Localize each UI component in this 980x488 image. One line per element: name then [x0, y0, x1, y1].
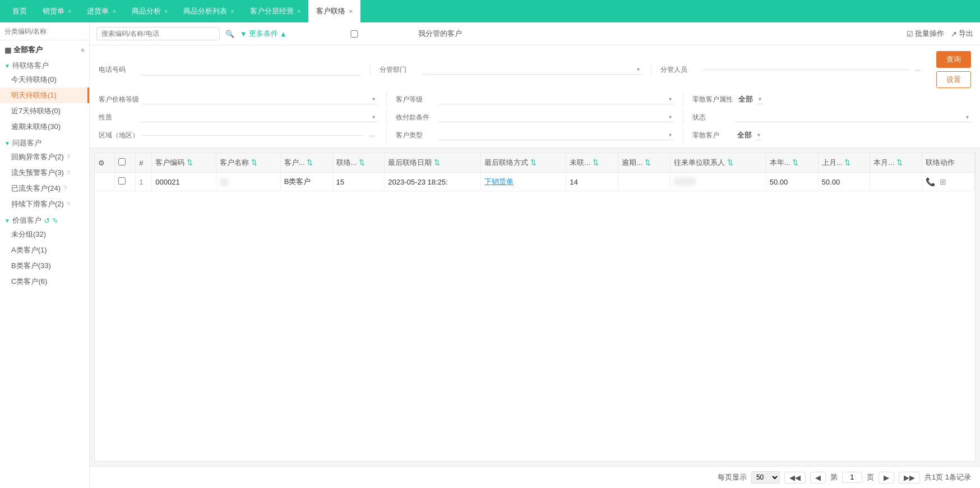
row-last-contact-date-cell: 2023-05-23 18:25: — [385, 173, 481, 191]
sidebar-item-class-c[interactable]: C类客户(6) — [0, 274, 89, 289]
customer-tier-select[interactable]: ▾ — [438, 94, 674, 104]
row-checkbox-cell[interactable] — [114, 173, 135, 191]
retail-attr-select[interactable]: ▾ — [756, 94, 764, 104]
grid-action-icon[interactable]: ⊞ — [940, 177, 946, 186]
nav-home[interactable]: 首页 — [4, 0, 35, 22]
sidebar-item-today-contact[interactable]: 今天待联络(0) — [0, 72, 89, 88]
code-column-header[interactable]: 客户编码 ⇅ — [152, 153, 216, 173]
search-button[interactable]: 🔍 — [225, 30, 234, 38]
customer-type-select[interactable]: ▾ — [438, 130, 674, 140]
action-column-header: 联络动作 — [922, 153, 975, 173]
manager-dots-button[interactable]: ··· — [912, 66, 923, 74]
sidebar-item-declining-customers[interactable]: 持续下滑客户(2) ? — [0, 196, 89, 212]
data-table-container: ⚙ # 客户编码 ⇅ 客户名称 ⇅ 客户... ⇅ 联络... ⇅ 最后联络日期… — [94, 153, 976, 462]
query-button[interactable]: 查询 — [936, 51, 971, 68]
sidebar-item-churn-warning[interactable]: 流失预警客户(3) ? — [0, 165, 89, 181]
refresh-icon[interactable]: ↺ — [44, 217, 50, 225]
this-year-column-header[interactable]: 本年... ⇅ — [766, 153, 818, 173]
grid-icon: ▦ — [4, 46, 11, 54]
retail-attr-arrow-icon: ▾ — [759, 96, 761, 102]
close-product-analysis-icon[interactable]: × — [164, 8, 168, 15]
prev-page-button[interactable]: ◀ — [810, 472, 826, 484]
name-column-header[interactable]: 客户名称 ⇅ — [216, 153, 281, 173]
settings-button[interactable]: 设置 — [936, 71, 971, 88]
sidebar-item-lost-customers[interactable]: 已流失客户(24) ? — [0, 181, 89, 196]
nav-sales-order[interactable]: 销货单 × — [35, 0, 79, 22]
last-page-button[interactable]: ▶▶ — [899, 472, 920, 484]
my-customers-checkbox-label[interactable]: 我分管的客户 — [293, 29, 462, 39]
sidebar-search-input[interactable] — [4, 27, 89, 35]
contact-count-column-header[interactable]: 联络... ⇅ — [332, 153, 385, 173]
sidebar-item-class-a[interactable]: A类客户(1) — [0, 242, 89, 258]
sort-icon8: ⇅ — [645, 158, 651, 167]
sidebar-item-class-b[interactable]: B类客户(33) — [0, 258, 89, 274]
search-input[interactable] — [96, 27, 220, 40]
row-name-cell[interactable]: Ea — [216, 173, 281, 191]
more-filter-button[interactable]: ▼ 更多条件 ▲ — [240, 29, 287, 39]
next-page-button[interactable]: ▶ — [879, 472, 894, 484]
filter-panel: 电话号码 分管部门 ▾ 分管人员 ··· — [90, 45, 980, 148]
customer-tier-arrow-icon: ▾ — [669, 96, 672, 102]
last-contact-date-column-header[interactable]: 最后联络日期 ⇅ — [385, 153, 481, 173]
unit-contact-column-header[interactable]: 往来单位联系人 ⇅ — [670, 153, 766, 173]
row-overdue-cell — [618, 173, 671, 191]
help-icon3: ? — [63, 186, 67, 192]
nav-product-analysis[interactable]: 商品分析 × — [124, 0, 175, 22]
last-contact-method-column-header[interactable]: 最后联络方式 ⇅ — [481, 153, 566, 173]
page-size-select[interactable]: 50 100 200 — [751, 471, 780, 484]
status-select[interactable]: ▾ — [735, 112, 971, 122]
nav-purchase-order[interactable]: 进货单 × — [79, 0, 123, 22]
type-column-header[interactable]: 客户... ⇅ — [280, 153, 332, 173]
sidebar-item-overdue-contact[interactable]: 逾期未联络(30) — [0, 119, 89, 135]
collapse-button[interactable]: « — [81, 46, 85, 54]
nav-customer-contact[interactable]: 客户联络 × — [308, 0, 360, 22]
pending-contact-group: ▼ 待联络客户 — [0, 57, 89, 72]
uncontacted-column-header[interactable]: 未联... ⇅ — [566, 153, 618, 173]
phone-action-icon[interactable]: 📞 — [926, 177, 935, 186]
my-customers-checkbox[interactable] — [293, 30, 416, 38]
sort-icon10: ⇅ — [792, 158, 798, 167]
select-all-checkbox[interactable] — [118, 158, 126, 165]
payment-terms-select[interactable]: ▾ — [438, 112, 674, 122]
first-page-button[interactable]: ◀◀ — [784, 472, 806, 484]
sidebar-item-ungrouped[interactable]: 未分组(32) — [0, 227, 89, 242]
region-dots-button[interactable]: ··· — [367, 131, 377, 140]
row-checkbox[interactable] — [118, 177, 126, 185]
close-sales-order-icon[interactable]: × — [68, 8, 71, 15]
sidebar: 🔍 ▦ 全部客户 « ▼ 待联络客户 今天待联络(0) 明天待联络(1) 近7天… — [0, 22, 90, 488]
overdue-column-header[interactable]: 逾期... ⇅ — [618, 153, 671, 173]
department-select[interactable]: ▾ — [422, 65, 642, 75]
filter-payment-terms: 收付款条件 ▾ — [396, 112, 674, 122]
sidebar-item-abnormal-repurchase[interactable]: 回购异常客户(2) ? — [0, 149, 89, 165]
nature-select[interactable]: ▾ — [141, 112, 377, 122]
status-arrow-icon: ▾ — [966, 114, 969, 120]
export-button[interactable]: ↗ 导出 — [951, 29, 973, 39]
close-product-analysis-list-icon[interactable]: × — [230, 8, 234, 15]
nav-customer-tier[interactable]: 客户分层经营 × — [242, 0, 308, 22]
sort-icon: ⇅ — [187, 158, 193, 167]
settings-column-header[interactable]: ⚙ — [95, 153, 114, 173]
close-purchase-order-icon[interactable]: × — [112, 8, 115, 15]
phone-input[interactable] — [141, 64, 361, 76]
action-icons-container: 📞 ⊞ — [926, 177, 971, 186]
last-month-column-header[interactable]: 上月... ⇅ — [818, 153, 870, 173]
retail-customer-select[interactable]: ▾ — [755, 130, 762, 140]
filter-nature: 性质 ▾ — [99, 112, 377, 122]
close-customer-contact-icon[interactable]: × — [349, 8, 352, 15]
nav-product-analysis-list[interactable]: 商品分析列表 × — [175, 0, 242, 22]
row-last-contact-method-cell[interactable]: 下销货单 — [481, 173, 566, 191]
filter-arrow-icon: ▲ — [280, 30, 287, 38]
batch-operation-button[interactable]: ☑ 批量操作 — [907, 29, 944, 39]
price-tier-arrow-icon: ▾ — [372, 96, 375, 102]
sidebar-item-tomorrow-contact[interactable]: 明天待联络(1) — [0, 88, 89, 103]
main-layout: 🔍 ▦ 全部客户 « ▼ 待联络客户 今天待联络(0) 明天待联络(1) 近7天… — [0, 22, 980, 488]
index-column-header: # — [136, 153, 152, 173]
triangle-icon2: ▼ — [4, 140, 10, 146]
close-customer-tier-icon[interactable]: × — [297, 8, 301, 15]
page-number-input[interactable] — [842, 472, 862, 483]
sidebar-item-7day-contact[interactable]: 近7天待联络(0) — [0, 103, 89, 119]
this-month-column-header[interactable]: 本月... ⇅ — [870, 153, 922, 173]
price-tier-select[interactable]: ▾ — [142, 94, 377, 104]
checkbox-column-header[interactable] — [114, 153, 135, 173]
edit-value-icon[interactable]: ✎ — [52, 217, 58, 225]
